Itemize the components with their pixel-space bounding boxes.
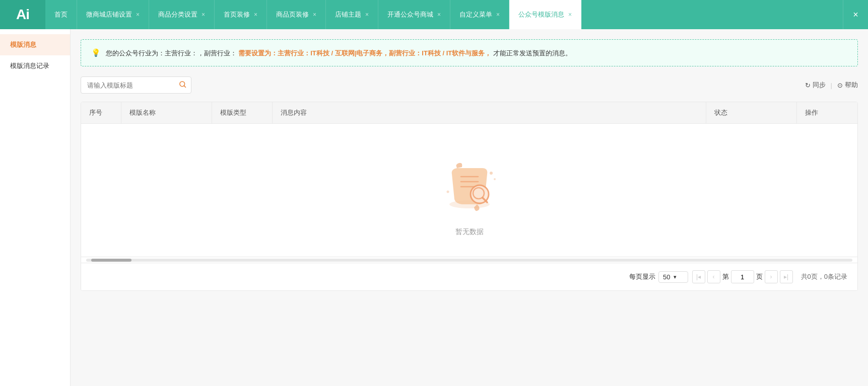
notice-text-after: 才能正常发送预置的消息。: [493, 49, 572, 57]
nav-tab-home-decor[interactable]: 首页装修 ×: [215, 0, 267, 29]
search-bar: ↻ 同步 | ⊙ 帮助: [81, 76, 858, 94]
search-icon[interactable]: [179, 81, 186, 90]
nav-tab-template-msg-close[interactable]: ×: [568, 11, 572, 18]
per-page-label: 每页显示: [629, 272, 655, 281]
svg-line-1: [184, 86, 185, 87]
nav-tab-store-theme-label: 店铺主题: [335, 10, 361, 19]
help-label: 帮助: [845, 81, 858, 90]
svg-point-10: [494, 178, 496, 180]
nav-tab-home-label: 首页: [54, 10, 68, 19]
sync-label: 同步: [813, 81, 826, 90]
nav-tab-home-decor-close[interactable]: ×: [254, 11, 257, 18]
divider: |: [831, 82, 832, 89]
notice-text-before: 您的公众号行业为：主营行业：，副营行业：: [106, 49, 237, 57]
dropdown-arrow-icon: ▾: [674, 274, 677, 280]
nav-tab-product-category[interactable]: 商品分类设置 ×: [149, 0, 215, 29]
table-col-type: 模版类型: [212, 102, 273, 123]
notice-highlight: 需要设置为：主营行业：IT科技 / 互联网|电子商务，副营行业：IT科技 / I…: [238, 49, 491, 57]
next-page-icon: ›: [770, 273, 772, 280]
svg-point-9: [490, 172, 493, 175]
nav-tab-store-theme[interactable]: 店铺主题 ×: [326, 0, 378, 29]
nav-tab-custom-menu-label: 自定义菜单: [459, 10, 492, 19]
help-icon: ⊙: [837, 82, 843, 89]
nav-tab-wshop-settings-label: 微商城店铺设置: [86, 10, 132, 19]
nav-tabs: 首页 微商城店铺设置 × 商品分类设置 × 首页装修 × 商品页装修 × 店铺主…: [45, 0, 843, 29]
empty-text: 暂无数据: [455, 227, 484, 237]
first-page-button[interactable]: |◂: [692, 270, 705, 283]
nav-tab-open-mall[interactable]: 开通公众号商城 ×: [378, 0, 450, 29]
first-page-icon: |◂: [696, 273, 701, 280]
sync-button[interactable]: ↻ 同步: [805, 81, 826, 90]
page-nav: |◂ ‹ 第 页 › ▸|: [692, 270, 793, 283]
search-right: ↻ 同步 | ⊙ 帮助: [805, 81, 858, 90]
nav-tab-template-msg-label: 公众号模版消息: [518, 10, 564, 19]
table-col-status: 状态: [706, 102, 797, 123]
nav-tab-open-mall-close[interactable]: ×: [437, 11, 441, 18]
sync-icon: ↻: [805, 82, 811, 89]
per-page-select: 每页显示 50 ▾: [629, 271, 688, 283]
brand-logo: Ai: [0, 0, 45, 29]
search-input-wrap: [81, 76, 191, 94]
sidebar: 模版消息 模版消息记录: [0, 29, 71, 386]
last-page-icon: ▸|: [784, 273, 788, 280]
page-label-before: 第: [722, 272, 729, 281]
next-page-button[interactable]: ›: [765, 270, 778, 283]
sidebar-item-template-msg-record-label: 模版消息记录: [10, 62, 49, 69]
nav-tab-product-category-label: 商品分类设置: [158, 10, 197, 19]
table-container: 序号 模版名称 模版类型 消息内容 状态 操作: [81, 102, 858, 291]
main-content: 💡 您的公众号行业为：主营行业：，副营行业： 需要设置为：主营行业：IT科技 /…: [71, 29, 868, 386]
nav-tab-home[interactable]: 首页: [45, 0, 77, 29]
page-input[interactable]: [731, 270, 754, 283]
notice-icon: 💡: [91, 48, 101, 57]
nav-tab-custom-menu[interactable]: 自定义菜单 ×: [450, 0, 509, 29]
page-label-after: 页: [756, 272, 763, 281]
nav-tab-open-mall-label: 开通公众号商城: [387, 10, 433, 19]
scrollbar-track[interactable]: [86, 259, 852, 262]
nav-tab-product-decor-label: 商品页装修: [276, 10, 309, 19]
prev-page-button[interactable]: ‹: [707, 270, 720, 283]
per-page-value: 50: [663, 273, 670, 281]
sidebar-item-template-msg-label: 模版消息: [10, 41, 36, 48]
nav-tab-wshop-settings-close[interactable]: ×: [136, 11, 140, 18]
prev-page-icon: ‹: [713, 273, 715, 280]
empty-state: 暂无数据: [81, 124, 857, 257]
empty-illustration: [437, 154, 502, 219]
nav-tab-product-decor[interactable]: 商品页装修 ×: [267, 0, 326, 29]
table-col-action: 操作: [797, 102, 857, 123]
sidebar-item-template-msg[interactable]: 模版消息: [0, 34, 70, 55]
table-col-content: 消息内容: [273, 102, 706, 123]
table-col-name: 模版名称: [121, 102, 212, 123]
nav-tab-template-msg[interactable]: 公众号模版消息 ×: [509, 0, 581, 29]
notice-box: 💡 您的公众号行业为：主营行业：，副营行业： 需要设置为：主营行业：IT科技 /…: [81, 39, 858, 66]
nav-tab-custom-menu-close[interactable]: ×: [496, 11, 500, 18]
nav-tab-store-theme-close[interactable]: ×: [365, 11, 369, 18]
last-page-button[interactable]: ▸|: [780, 270, 793, 283]
nav-tab-product-decor-close[interactable]: ×: [313, 11, 316, 18]
search-left: [81, 76, 191, 94]
top-nav: Ai 首页 微商城店铺设置 × 商品分类设置 × 首页装修 × 商品页装修 × …: [0, 0, 868, 29]
pagination: 每页显示 50 ▾ |◂ ‹ 第 页: [81, 263, 857, 290]
per-page-dropdown[interactable]: 50 ▾: [658, 271, 688, 283]
help-button[interactable]: ⊙ 帮助: [837, 81, 858, 90]
scrollbar-thumb[interactable]: [91, 259, 131, 262]
table-header: 序号 模版名称 模版类型 消息内容 状态 操作: [81, 102, 857, 124]
nav-tab-product-category-close[interactable]: ×: [202, 11, 205, 18]
nav-close-all-button[interactable]: ×: [843, 0, 868, 29]
table-col-seq: 序号: [81, 102, 121, 123]
nav-tab-home-decor-label: 首页装修: [224, 10, 250, 19]
sidebar-item-template-msg-record[interactable]: 模版消息记录: [0, 55, 70, 76]
main-layout: 模版消息 模版消息记录 💡 您的公众号行业为：主营行业：，副营行业： 需要设置为…: [0, 29, 868, 386]
nav-tab-wshop-settings[interactable]: 微商城店铺设置 ×: [77, 0, 149, 29]
search-input[interactable]: [81, 76, 191, 94]
total-info: 共0页，0条记录: [801, 272, 847, 281]
svg-point-11: [446, 191, 449, 193]
scrollbar-area: [81, 257, 857, 263]
